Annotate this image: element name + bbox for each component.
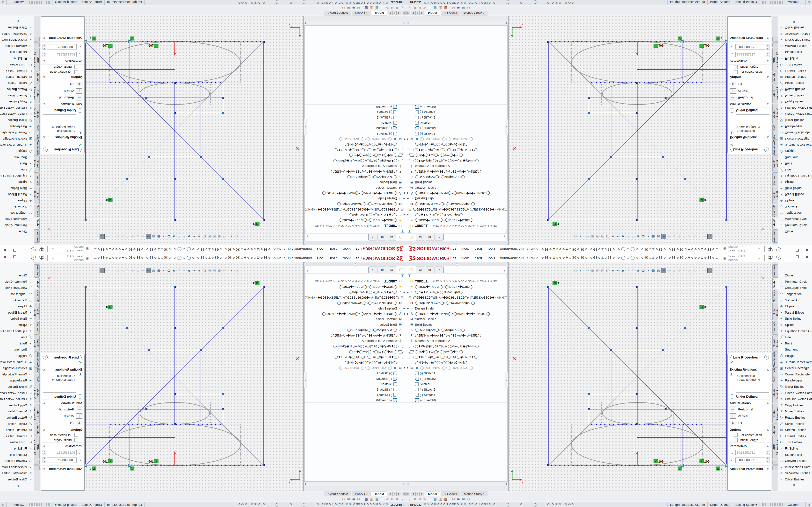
tool-3-point-center-recta-[interactable]: ◈3 Point Center Recta...	[778, 359, 812, 365]
tab-nav-button[interactable]: ▶|	[420, 492, 424, 496]
bottom-toolbar-icon[interactable]: ⊕	[352, 497, 355, 501]
expand-arrow-icon[interactable]: ▶	[406, 291, 410, 293]
tree-item[interactable]: (-)Sketch4	[406, 109, 507, 115]
tool-segment[interactable]: ∷Segment	[778, 346, 812, 353]
view-toolbar-icon[interactable]: ◉	[636, 234, 641, 239]
view-toolbar-icon[interactable]: ⊥	[136, 268, 140, 273]
tool-convert-entities[interactable]: ⬚Convert Entities	[0, 43, 34, 50]
commandmanager-tab-sheet-metal[interactable]: Sheet Metal	[772, 335, 778, 351]
view-toolbar-icon[interactable]: ⓔ	[141, 234, 145, 239]
tree-item[interactable]: Material < not specified >	[406, 338, 507, 343]
pin-menu-icon[interactable]: ★	[501, 256, 504, 260]
tree-item[interactable]: ▶Design Binder	[305, 306, 406, 311]
tool-circular-sketch-pattern[interactable]: ⧅Circular Sketch Pattern	[0, 105, 34, 111]
spinner-buttons[interactable]: ▲▼	[766, 52, 769, 57]
commandmanager-tab-data-migration[interactable]: Data Migration	[772, 404, 778, 424]
user-account-icon[interactable]	[768, 247, 773, 252]
minimize-button[interactable]: —	[784, 248, 791, 252]
tool-circle[interactable]: ○Circle	[778, 272, 812, 279]
ok-check-icon[interactable]: ✔	[728, 141, 771, 147]
checkbox[interactable]	[734, 438, 738, 442]
bottom-toolbar-icon[interactable]: ❖	[395, 6, 399, 10]
bottom-toolbar-icon[interactable]: ⧉	[419, 6, 421, 10]
bottom-toolbar-icon[interactable]: ▦	[375, 497, 378, 501]
panel-expand-chevron-icon[interactable]: ›	[504, 269, 505, 273]
tree-item[interactable]: Sketch3	[406, 381, 507, 387]
view-toolbar-icon[interactable]: ◶	[100, 234, 105, 239]
tool-partial-ellipse[interactable]: ◖Partial Ellipse	[0, 309, 34, 316]
tree-item[interactable]: ◯✚ИN◎◉÷◯∗⊙[◯∘◯]⊙∗◯÷◉◎NИ✚◯	[406, 158, 507, 163]
parameter-input[interactable]: 0.00000000°	[47, 457, 77, 463]
view-toolbar-icon[interactable]: ▾	[161, 234, 166, 239]
bottom-toolbar-icon[interactable]: ▦	[434, 497, 437, 501]
parameter-input[interactable]: 0.00000000°	[735, 44, 765, 50]
add-relation-fix-button[interactable]: ⚓	[729, 81, 736, 87]
commandmanager-tab-mbd-dimensions[interactable]: MBD Dimensions	[772, 436, 778, 459]
menu-edit[interactable]: Edit	[451, 247, 456, 251]
bottom-toolbar-icon[interactable]: ☰	[380, 497, 384, 501]
expand-arrow-icon[interactable]: ▶	[402, 307, 406, 309]
view-toolbar-icon[interactable]: ▢	[176, 234, 181, 239]
tool-scale-entities[interactable]: ⤢Scale Entities	[0, 80, 34, 87]
parameter-input[interactable]: 10.88152731	[735, 450, 765, 455]
view-toolbar-icon[interactable]: ◆	[621, 234, 625, 239]
bottom-toolbar-icon[interactable]: ✎	[386, 6, 389, 10]
tree-item[interactable]: (-)Sketch5	[305, 115, 406, 120]
status-unit-dropdown[interactable]: Custom▲	[785, 502, 806, 507]
checkbox[interactable]	[74, 433, 78, 437]
spinner-buttons[interactable]: ▲▼	[766, 44, 769, 50]
toolbar-dot-icon[interactable]: ⊙	[183, 247, 185, 251]
commandmanager-tab-direct-editing[interactable]: Direct Editing	[772, 187, 778, 204]
tree-item[interactable]: ◯✚ИN◎◉÷◯∗⊙[◯∘◯]⊙∗◯÷◉◎NИ✚◯	[305, 158, 406, 163]
commandmanager-tab-evaluate[interactable]: Evaluate	[772, 321, 778, 335]
tab-nav-button[interactable]: |◀	[402, 492, 406, 496]
spinner-buttons[interactable]: ▲▼	[43, 52, 46, 57]
search-options-caret-icon[interactable]: ▾	[761, 257, 763, 259]
tree-filter-input[interactable]	[407, 229, 507, 233]
bottom-toolbar-icon[interactable]: ⊕	[457, 497, 460, 501]
view-toolbar-icon[interactable]: ●	[192, 268, 197, 273]
tree-item[interactable]: Material < not specified >	[305, 338, 406, 343]
tab-overflow-button[interactable]: ⋮	[772, 465, 778, 470]
tree-item[interactable]: Sketch3	[305, 120, 406, 125]
tab-nav-button[interactable]: ▶|	[388, 492, 392, 496]
view-toolbar-icon[interactable]: ▧	[656, 268, 661, 273]
featuremanager-top-splitter[interactable]	[305, 263, 406, 266]
dimxpert-icon[interactable]: ⊕	[378, 234, 387, 240]
view-toolbar-icon[interactable]: ■	[197, 234, 202, 239]
add-relation-horizontal-button[interactable]: —	[729, 406, 736, 412]
more-tools-chevron-icon[interactable]: ≫	[792, 483, 796, 488]
view-toolbar-icon[interactable]: ◆	[621, 268, 625, 273]
view-toolbar-icon[interactable]: ⎙	[235, 268, 239, 273]
tree-item[interactable]: (-)Sketch5	[406, 387, 507, 392]
tree-item[interactable]: ▶◯25ИN◎∘✚A✚◎ИNA◯∘◯ANИ◎✚A✚∘◎NИ52◯	[305, 190, 406, 196]
tree-item[interactable]: ◯25✚ЗЄ25◯ИN◎∘✚ЭСЗЄ∪ЗЄ25◯∘◯25ЗЄ∪ЄЗСЭ✚∘◎NИ…	[305, 295, 406, 300]
tool-convert-entities[interactable]: ⬚Convert Entities	[778, 458, 812, 464]
cancel-sketch-icon[interactable]: ✕	[296, 145, 300, 152]
tool-tangent-arc[interactable]: ◠Tangent Arc	[0, 210, 34, 216]
tool-center-rectangle[interactable]: ▣Center Rectangle	[778, 365, 812, 371]
view-toolbar-icon[interactable]: ■	[610, 234, 615, 239]
tree-item[interactable]: (-)Sketch4	[305, 109, 406, 115]
tab-nav-button[interactable]: ▶|	[420, 11, 424, 15]
tool-segment[interactable]: ∷Segment	[778, 154, 812, 161]
toolbar-circle-icon[interactable]: ◯	[177, 256, 182, 260]
commandmanager-tab-data-migration[interactable]: Data Migration	[34, 404, 40, 424]
tab-overflow-button[interactable]: ⋮	[34, 42, 40, 47]
tree-item[interactable]: ◯25·∩∗◉AM◯∘◯MA◉∗∩·25◯	[305, 174, 406, 180]
view-toolbar-icon[interactable]: ⓔ	[667, 234, 671, 239]
tree-splitter[interactable]	[305, 402, 406, 402]
relation-item[interactable]: Equal length109	[45, 125, 75, 129]
tool-line[interactable]: ╱Line	[0, 167, 34, 173]
view-toolbar-icon[interactable]: ⇩	[182, 268, 186, 273]
commandmanager-tab-weldments[interactable]: Weldments	[772, 140, 778, 155]
tree-splitter[interactable]	[406, 105, 507, 105]
confirmation-corner-exit-sketch-icon[interactable]: ↩	[753, 267, 759, 275]
bottom-toolbar-icon[interactable]: ⊕	[457, 6, 460, 10]
menu-tools[interactable]: Tools	[317, 256, 325, 260]
view-toolbar-icon[interactable]: ✎	[110, 268, 115, 273]
displaymanager-icon[interactable]: ◔	[435, 234, 444, 240]
confirmation-corner-exit-sketch-icon[interactable]: ↩	[753, 232, 759, 240]
commandmanager-tab-mold-tools[interactable]: Mold Tools	[772, 368, 778, 382]
tab-motion-study-1[interactable]: Motion Study 1	[461, 492, 488, 497]
